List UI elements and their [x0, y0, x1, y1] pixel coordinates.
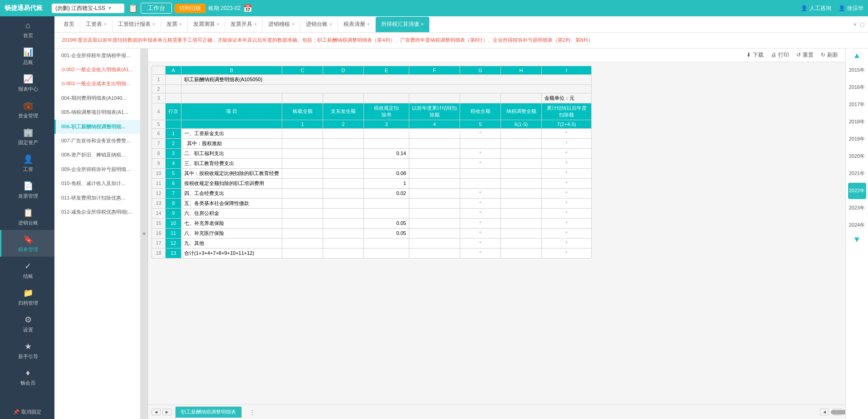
- col-header-d: D: [323, 66, 364, 74]
- sidebar-item-closing[interactable]: ✓ 结账: [0, 257, 54, 283]
- refresh-button[interactable]: ↻ 刷新: [821, 51, 838, 59]
- sales-icon: 📋: [23, 208, 33, 218]
- close-icon[interactable]: ×: [104, 22, 107, 27]
- close-icon[interactable]: ×: [421, 22, 424, 27]
- close-icon[interactable]: ×: [367, 22, 370, 27]
- year-2016[interactable]: 2016年: [848, 79, 866, 96]
- sheet-tab[interactable]: 职工薪酬纳税调整明细表: [175, 406, 242, 418]
- tab-home[interactable]: 首页: [58, 17, 80, 32]
- list-item-008[interactable]: 008-资产折旧、摊销及纳税...: [54, 148, 140, 162]
- close-icon[interactable]: ×: [292, 22, 294, 27]
- year-2022[interactable]: 2022年: [848, 183, 866, 199]
- close-icon[interactable]: ×: [329, 22, 332, 27]
- col-rownum-label: 行次: [166, 103, 181, 120]
- sidebar-item-sales[interactable]: 📋 进销台账: [0, 203, 54, 230]
- list-item-010[interactable]: 010-免税、减计收入及加计...: [54, 176, 140, 190]
- home-icon: ⌂: [25, 21, 30, 30]
- col-header-g: G: [460, 66, 501, 74]
- print-button[interactable]: 🖨 打印: [771, 51, 789, 59]
- service-button[interactable]: 👤 人工咨询: [801, 5, 831, 12]
- tab-purchase-ledger[interactable]: 进销台账 ×: [300, 17, 338, 32]
- workspace-button[interactable]: 工作台: [141, 3, 172, 14]
- download-button[interactable]: ⬇ 下载: [746, 51, 764, 59]
- user-menu[interactable]: 👤 徐淙华: [839, 5, 863, 12]
- collapse-panel-button[interactable]: «: [141, 49, 148, 419]
- tab-income-tax[interactable]: 所得税汇算清缴 ×: [376, 17, 430, 32]
- sidebar-item-report[interactable]: 📈 报表中心: [0, 69, 54, 96]
- year-2017[interactable]: 2017年: [848, 97, 866, 113]
- list-item-002[interactable]: ⊙002-一般企业收入明细表(A1...: [54, 63, 140, 77]
- close-icon[interactable]: ×: [217, 22, 220, 27]
- close-icon[interactable]: ×: [254, 22, 257, 27]
- close-tab-button[interactable]: ×: [853, 21, 857, 28]
- sidebar-item-member[interactable]: ♦ 畅会员: [0, 364, 54, 390]
- reset-button[interactable]: ↺ 重置: [796, 51, 814, 59]
- year-panel: ▲ 2015年 2016年 2017年 2018年 2019年 2020年 20…: [845, 49, 868, 419]
- list-item-012[interactable]: 012-减免企业所得税优惠明细(...: [54, 205, 140, 219]
- year-2021[interactable]: 2021年: [848, 166, 866, 182]
- year-2024[interactable]: 2024年: [848, 217, 866, 234]
- sidebar-item-asset[interactable]: 💼 资金管理: [0, 96, 54, 123]
- content-area: 首页 工资表 × 工资统计报表 × 发票 × 发票测算 ×: [54, 16, 868, 419]
- scroll-left-button[interactable]: ◄: [152, 409, 161, 415]
- sidebar-item-label: 畅会员: [20, 380, 35, 386]
- list-item-007[interactable]: 007-广告宣传和业务宣传费赞...: [54, 134, 140, 148]
- archive-icon: 📁: [23, 288, 33, 298]
- close-icon[interactable]: ×: [179, 22, 182, 27]
- list-item-004[interactable]: 004-期间费用明细表(A1040...: [54, 91, 140, 105]
- tab-payroll-report[interactable]: 工资统计报表 ×: [113, 17, 161, 32]
- cancel-fixed-button[interactable]: 📌 取消固定: [0, 405, 54, 419]
- sidebar-item-invoice[interactable]: 📄 发票管理: [0, 176, 54, 203]
- tab-invoice-calc[interactable]: 发票测算 ×: [188, 17, 226, 32]
- calendar-icon[interactable]: 📋: [128, 3, 138, 13]
- maximize-button[interactable]: □: [861, 21, 864, 28]
- tab-purchase-check[interactable]: 进销稽核 ×: [263, 17, 300, 32]
- cell-1a[interactable]: [166, 74, 181, 84]
- sidebar-item-payroll[interactable]: 👤 工资: [0, 150, 54, 176]
- sidebar-item-archive[interactable]: 📁 归档管理: [0, 283, 54, 310]
- sidebar-item-ledger[interactable]: 📊 总账: [0, 43, 54, 69]
- sidebar-item-fixed-asset[interactable]: 🏢 固定资产: [0, 123, 54, 150]
- sidebar-item-settings[interactable]: ⚙ 设置: [0, 310, 54, 337]
- year-nav-down[interactable]: ▼: [853, 234, 861, 245]
- year-2020[interactable]: 2020年: [848, 148, 866, 165]
- table-title: 职工薪酬纳税调整明细表(A105050): [181, 74, 592, 84]
- close-icon[interactable]: ×: [152, 22, 155, 27]
- top-bar: 畅捷通易代账 (勿删) 江西赣宝-LSS ▼ 📋 工作台 切到旧版 账期 202…: [0, 0, 868, 16]
- sidebar-item-guide[interactable]: ★ 新手引导: [0, 337, 54, 364]
- table-row: 1 职工薪酬纳税调整明细表(A105050): [152, 74, 592, 84]
- row-num-1: 1: [152, 74, 166, 84]
- tab-tax-list[interactable]: 税表清册 ×: [338, 17, 376, 32]
- tab-invoice[interactable]: 发票 ×: [161, 17, 188, 32]
- list-item-011[interactable]: 011-研发费用加计扣除优惠...: [54, 191, 140, 205]
- list-item-003[interactable]: ⊙003-一般企业成本支出明细...: [54, 77, 140, 91]
- list-item-001[interactable]: 001-企业所得税年度纳税申报...: [54, 49, 140, 63]
- sidebar-item-home[interactable]: ⌂ 首页: [0, 16, 54, 43]
- company-selector[interactable]: (勿删) 江西赣宝-LSS ▼: [52, 4, 124, 13]
- list-item-009[interactable]: 009-企业所得税弥补亏损明细...: [54, 162, 140, 176]
- year-nav-up[interactable]: ▲: [853, 50, 861, 61]
- col2-label: 支东发生额: [323, 103, 364, 120]
- col4-label: 以前年度累计结转扣除额: [409, 103, 460, 120]
- h-scroll-left[interactable]: ◄: [820, 409, 829, 415]
- year-2015[interactable]: 2015年: [848, 62, 866, 78]
- tab-payroll[interactable]: 工资表 ×: [80, 17, 113, 32]
- tab-invoice-issue[interactable]: 发票开具 ×: [225, 17, 263, 32]
- more-icon[interactable]: ⋮: [249, 409, 255, 416]
- pin-icon: 📌: [13, 409, 20, 415]
- col-header-i: I: [542, 66, 592, 74]
- year-2019[interactable]: 2019年: [848, 131, 866, 147]
- col-label-row: 4 行次 项 目 账载全额 支东发生额 税收规定扣除率 以前年度累计结转扣除额 …: [152, 103, 592, 120]
- year-2018[interactable]: 2018年: [848, 114, 866, 130]
- list-item-006[interactable]: 006-职工薪酬纳税调整明细...: [54, 120, 140, 134]
- list-item-005[interactable]: 005-纳税调整项目明细表(A1...: [54, 105, 140, 119]
- old-version-button[interactable]: 切到旧版: [175, 4, 206, 13]
- calendar-icon2[interactable]: 📅: [243, 4, 252, 13]
- sidebar-item-tax[interactable]: 🔖 税务管理: [0, 230, 54, 257]
- col6-label: 纳税调整全额: [501, 103, 542, 120]
- table-scroll[interactable]: A B C D E F G H I: [148, 62, 845, 404]
- scroll-right-button[interactable]: ►: [162, 409, 172, 415]
- year-2023[interactable]: 2023年: [848, 200, 866, 216]
- tab-bar: 首页 工资表 × 工资统计报表 × 发票 × 发票测算 ×: [54, 16, 868, 33]
- spreadsheet-table: A B C D E F G H I: [152, 66, 592, 258]
